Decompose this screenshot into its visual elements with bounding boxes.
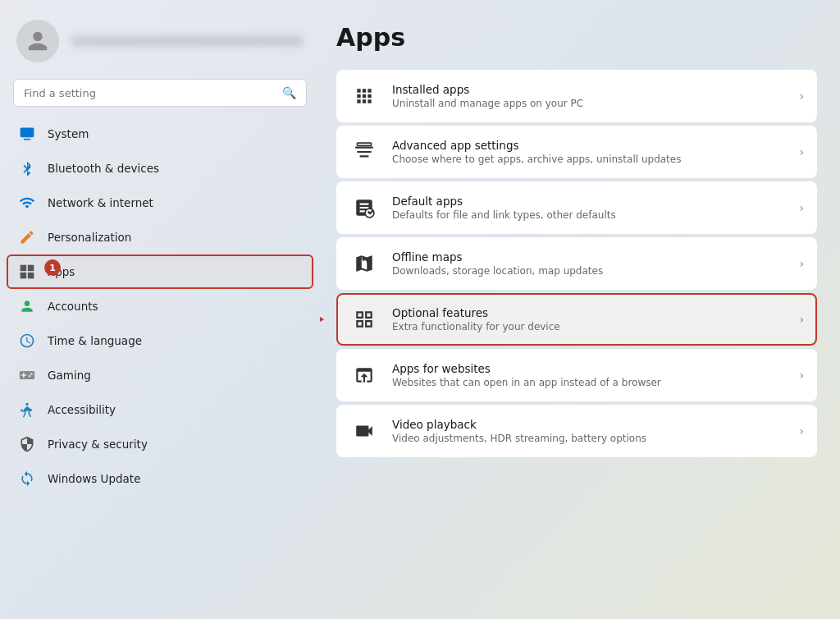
sidebar-item-label-update: Windows Update [48,472,140,485]
default-apps-icon [349,193,379,222]
optional-features-wrapper: Optional features Extra functionality fo… [336,293,817,346]
user-section [0,0,320,76]
optional-features-icon [349,305,379,334]
sidebar-item-privacy[interactable]: Privacy & security [7,427,313,461]
settings-item-optional-features[interactable]: Optional features Extra functionality fo… [336,293,817,346]
sidebar-item-label-privacy: Privacy & security [48,438,148,451]
installed-apps-icon [349,81,379,111]
offline-maps-title: Offline maps [392,250,786,264]
nav-list: System Bluetooth & devices Network & int… [0,117,320,619]
apps-for-websites-title: Apps for websites [392,362,786,375]
sidebar-item-label-personalization: Personalization [48,231,131,244]
sidebar-item-update[interactable]: Windows Update [7,461,313,496]
apps-for-websites-chevron: › [799,369,804,382]
sidebar-item-label-accounts: Accounts [48,300,98,313]
sidebar-item-apps[interactable]: Apps 1 [7,254,313,289]
video-playback-desc: Video adjustments, HDR streaming, batter… [392,433,786,444]
offline-maps-desc: Downloads, storage location, map updates [392,265,786,277]
default-apps-text: Default apps Defaults for file and link … [392,195,786,221]
installed-apps-title: Installed apps [392,83,786,96]
sidebar-item-gaming[interactable]: Gaming [7,358,313,392]
sidebar: 🔍 System Bluetooth & devices Network & i… [0,0,320,619]
avatar [16,20,59,62]
accessibility-icon [18,401,36,419]
sidebar-item-system[interactable]: System [7,117,313,151]
offline-maps-chevron: › [799,257,804,270]
optional-features-desc: Extra functionality for your device [392,321,786,332]
main-content: Apps Installed apps Uninstall and manage… [320,0,840,619]
settings-item-offline-maps[interactable]: Offline maps Downloads, storage location… [336,237,817,290]
svg-rect-5 [28,273,34,279]
advanced-app-settings-icon [349,137,379,167]
accounts-icon [18,297,36,315]
sidebar-item-label-system: System [48,127,89,140]
default-apps-title: Default apps [392,195,786,208]
advanced-app-settings-text: Advanced app settings Choose where to ge… [392,139,786,165]
network-icon [18,194,36,212]
settings-item-installed-apps[interactable]: Installed apps Uninstall and manage apps… [336,70,817,122]
sidebar-item-label-bluetooth: Bluetooth & devices [48,162,159,175]
default-apps-chevron: › [799,201,804,214]
offline-maps-icon [349,249,379,278]
bluetooth-icon [18,159,36,177]
apps-icon [18,263,36,281]
advanced-app-settings-chevron: › [799,145,804,158]
sidebar-item-accounts[interactable]: Accounts [7,289,313,323]
settings-item-advanced-app-settings[interactable]: Advanced app settings Choose where to ge… [336,126,817,178]
arrow-annotation: 2 [320,309,323,330]
optional-features-title: Optional features [392,306,786,319]
settings-item-default-apps[interactable]: Default apps Defaults for file and link … [336,181,817,234]
video-playback-text: Video playback Video adjustments, HDR st… [392,418,786,444]
svg-rect-2 [21,265,27,272]
settings-item-apps-for-websites[interactable]: Apps for websites Websites that can open… [336,349,817,401]
page-title: Apps [336,23,817,52]
sidebar-item-bluetooth[interactable]: Bluetooth & devices [7,151,313,186]
offline-maps-text: Offline maps Downloads, storage location… [392,250,786,277]
user-name [71,35,304,47]
apps-for-websites-icon [349,360,379,390]
annotation-arrowhead [320,314,324,324]
search-input[interactable] [24,87,276,99]
time-icon [18,332,36,350]
svg-rect-1 [24,139,30,140]
video-playback-chevron: › [799,424,804,438]
advanced-app-settings-desc: Choose where to get apps, archive apps, … [392,154,786,165]
sidebar-item-label-accessibility: Accessibility [48,403,116,416]
installed-apps-chevron: › [799,89,804,103]
svg-point-6 [25,403,28,406]
update-icon [18,470,36,488]
sidebar-item-accessibility[interactable]: Accessibility [7,392,313,427]
optional-features-text: Optional features Extra functionality fo… [392,306,786,332]
user-icon [26,30,49,53]
svg-rect-7 [357,143,371,145]
annotation-arrow-line [320,319,323,321]
privacy-icon [18,435,36,453]
search-icon: 🔍 [282,86,296,99]
personalization-icon [18,228,36,246]
sidebar-item-label-gaming: Gaming [48,369,91,382]
settings-item-video-playback[interactable]: Video playback Video adjustments, HDR st… [336,405,817,457]
search-box[interactable]: 🔍 [13,79,307,107]
settings-list: Installed apps Uninstall and manage apps… [336,70,817,457]
svg-rect-0 [21,128,34,138]
apps-badge: 1 [44,259,61,276]
sidebar-item-label-network: Network & internet [48,196,153,209]
installed-apps-text: Installed apps Uninstall and manage apps… [392,83,786,109]
apps-for-websites-text: Apps for websites Websites that can open… [392,362,786,388]
sidebar-item-label-time: Time & language [48,334,142,347]
apps-for-websites-desc: Websites that can open in an app instead… [392,377,786,388]
video-playback-icon [349,416,379,446]
default-apps-desc: Defaults for file and link types, other … [392,209,786,221]
optional-features-chevron: › [799,313,804,326]
advanced-app-settings-title: Advanced app settings [392,139,786,152]
installed-apps-desc: Uninstall and manage apps on your PC [392,98,786,109]
video-playback-title: Video playback [392,418,786,431]
sidebar-item-personalization[interactable]: Personalization [7,220,313,254]
svg-rect-4 [21,273,27,279]
gaming-icon [18,366,36,384]
svg-rect-3 [28,265,34,272]
system-icon [18,125,36,143]
sidebar-item-network[interactable]: Network & internet [7,186,313,220]
sidebar-item-time[interactable]: Time & language [7,323,313,358]
